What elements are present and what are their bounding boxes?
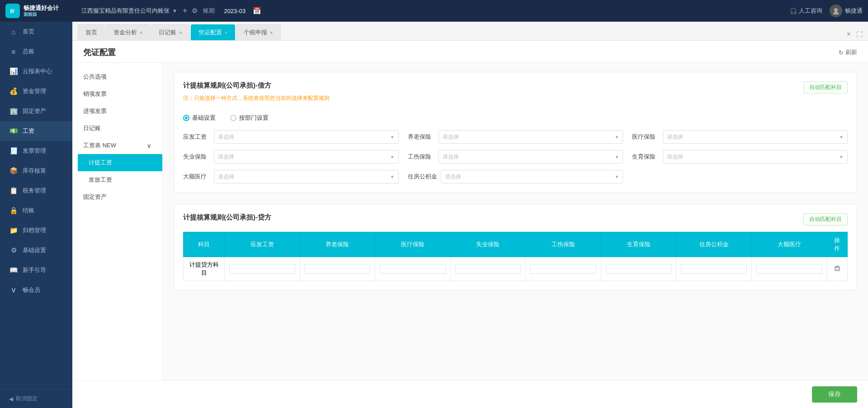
sidebar-item-tax[interactable]: 📋 税务管理 xyxy=(0,181,72,201)
td-work-injury-val[interactable] xyxy=(526,257,601,281)
credit-section-title: 计提核算规则(公司承担)-贷方 xyxy=(183,213,271,222)
left-nav-fixed-assets[interactable]: 固定资产 xyxy=(72,188,162,206)
td-housing-fund-val[interactable] xyxy=(676,257,752,281)
left-nav-salary-table[interactable]: 工资表 NEW ∨ xyxy=(72,137,162,154)
input-apply-salary-credit[interactable] xyxy=(229,264,295,274)
support-button[interactable]: 🎧 人工咨询 xyxy=(790,7,822,15)
select-apply-salary-placeholder: 请选择 xyxy=(218,133,234,141)
add-company-btn[interactable]: + xyxy=(183,6,188,16)
refresh-button[interactable]: ↻ 刷新 xyxy=(839,48,857,56)
company-dropdown-arrow[interactable]: ▼ xyxy=(172,8,177,14)
svg-point-3 xyxy=(833,12,839,14)
td-large-medical-val[interactable] xyxy=(751,257,827,281)
sidebar-item-assets[interactable]: 🏢 固定资产 xyxy=(0,101,72,121)
save-button[interactable]: 保存 xyxy=(812,386,857,403)
label-housing-fund: 住房公积金 xyxy=(408,173,437,181)
settings-icon[interactable]: ⚙ xyxy=(192,7,198,15)
sidebar: ⌂ 首页 ≡ 总账 📊 云报表中心 💰 资金管理 🏢 固定资产 💵 工资 🧾 发… xyxy=(0,22,72,408)
select-work-injury[interactable]: 请选择 ▼ xyxy=(439,150,623,164)
tab-tax-close[interactable]: × xyxy=(270,30,273,35)
tab-journal[interactable]: 日记账 × xyxy=(151,24,189,40)
sidebar-item-salary[interactable]: 💵 工资 xyxy=(0,121,72,141)
sidebar-label-home: 首页 xyxy=(23,28,34,36)
tab-fund[interactable]: 资金分析 × xyxy=(106,24,150,40)
tab-voucher-close[interactable]: × xyxy=(225,30,227,35)
sidebar-label-archive: 归档管理 xyxy=(23,226,46,234)
select-maternity[interactable]: 请选择 ▼ xyxy=(663,150,848,164)
company-selector[interactable]: 江西服宝精品有限责任公司内账张 ▼ + ⚙ xyxy=(81,6,198,16)
left-nav-calc-salary[interactable]: 计提工资 xyxy=(78,154,162,171)
archive-icon: 📁 xyxy=(9,226,18,234)
td-medical-val[interactable] xyxy=(375,257,451,281)
select-unemployment-arrow: ▼ xyxy=(390,155,395,159)
select-maternity-placeholder: 请选择 xyxy=(667,153,683,161)
sidebar-item-invoice[interactable]: 🧾 发票管理 xyxy=(0,141,72,161)
tab-home-label: 首页 xyxy=(85,28,97,37)
select-apply-salary[interactable]: 请选择 ▼ xyxy=(214,130,399,144)
sidebar-item-fund[interactable]: 💰 资金管理 xyxy=(0,81,72,101)
th-maternity: 生育保险 xyxy=(601,232,676,257)
form-item-pension: 养老保险 请选择 ▼ xyxy=(408,130,623,144)
left-nav-pay-salary[interactable]: 发放工资 xyxy=(78,171,162,188)
input-pension-credit[interactable] xyxy=(305,264,371,274)
left-nav-sales-invoice[interactable]: 销项发票 xyxy=(72,85,162,103)
sidebar-item-settings[interactable]: ⚙ 基础设置 xyxy=(0,240,72,260)
user-info[interactable]: 畅捷通 xyxy=(830,5,863,17)
select-large-medical[interactable]: 请选择 ▼ xyxy=(214,170,399,183)
company-name: 江西服宝精品有限责任公司内账张 xyxy=(81,7,170,15)
input-work-injury-credit[interactable] xyxy=(530,264,596,274)
tab-fund-close[interactable]: × xyxy=(140,30,142,35)
tab-voucher[interactable]: 凭证配置 × xyxy=(191,24,235,40)
sidebar-item-member[interactable]: V 畅会员 xyxy=(0,280,72,300)
select-housing-fund[interactable]: 请选择 ▼ xyxy=(441,170,623,183)
radio-basic[interactable]: 基础设置 xyxy=(183,114,216,122)
input-large-medical-credit[interactable] xyxy=(756,264,822,274)
tax-icon: 📋 xyxy=(9,187,18,195)
sidebar-item-archive[interactable]: 📁 归档管理 xyxy=(0,220,72,240)
debit-auto-match-btn[interactable]: 自动匹配科目 xyxy=(803,81,848,94)
sidebar-item-home[interactable]: ⌂ 首页 xyxy=(0,22,72,42)
sidebar-label-invoice: 发票管理 xyxy=(23,147,46,155)
input-unemployment-credit[interactable] xyxy=(455,264,521,274)
sidebar-item-stock[interactable]: 📦 库存核算 xyxy=(0,161,72,181)
td-action[interactable] xyxy=(827,257,848,281)
tab-journal-close[interactable]: × xyxy=(179,30,182,35)
left-nav-public[interactable]: 公共选项 xyxy=(72,68,162,85)
input-maternity-credit[interactable] xyxy=(606,264,672,274)
delete-row-icon[interactable] xyxy=(834,266,840,273)
sidebar-item-guide[interactable]: 📖 新手引导 xyxy=(0,260,72,280)
calendar-icon[interactable]: 📅 xyxy=(253,7,261,15)
form-item-apply-salary: 应发工资 请选择 ▼ xyxy=(183,130,399,144)
input-medical-credit[interactable] xyxy=(380,264,446,274)
salary-table-label: 工资表 NEW xyxy=(83,141,116,150)
tab-expand-btn[interactable]: ⛶ xyxy=(856,31,863,38)
sidebar-label-member: 畅会员 xyxy=(23,286,40,294)
td-maternity-val[interactable] xyxy=(601,257,676,281)
th-pension: 养老保险 xyxy=(300,232,375,257)
left-nav-journal[interactable]: 日记账 xyxy=(72,120,162,137)
select-unemployment[interactable]: 请选择 ▼ xyxy=(214,150,399,164)
left-nav-purchase-invoice[interactable]: 进项发票 xyxy=(72,103,162,120)
sidebar-item-ledger[interactable]: ≡ 总账 xyxy=(0,42,72,61)
td-apply-salary-val[interactable] xyxy=(225,257,300,281)
guide-icon: 📖 xyxy=(9,266,18,274)
td-unemployment-val[interactable] xyxy=(450,257,526,281)
sidebar-item-close[interactable]: 🔒 结账 xyxy=(0,201,72,220)
tab-fund-label: 资金分析 xyxy=(113,28,137,37)
input-housing-fund-credit[interactable] xyxy=(681,264,747,274)
cancel-fix-btn[interactable]: ◀ 取消固定 xyxy=(0,389,72,408)
select-medical[interactable]: 请选择 ▼ xyxy=(663,130,848,144)
user-avatar xyxy=(830,5,842,17)
td-pension-val[interactable] xyxy=(300,257,375,281)
new-badge: NEW xyxy=(103,142,116,149)
form-item-housing-fund: 住房公积金 请选择 ▼ xyxy=(408,170,623,183)
top-bar-right: 🎧 人工咨询 畅捷通 xyxy=(790,5,863,17)
tab-tax[interactable]: 个税申报 × xyxy=(236,24,280,40)
select-pension[interactable]: 请选择 ▼ xyxy=(439,130,623,144)
credit-auto-match-btn[interactable]: 自动匹配科目 xyxy=(803,213,848,225)
tab-home[interactable]: 首页 xyxy=(78,24,105,40)
sidebar-item-reports[interactable]: 📊 云报表中心 xyxy=(0,61,72,81)
tab-close-all-btn[interactable]: × xyxy=(847,30,851,38)
sidebar-label-close: 结账 xyxy=(23,206,34,215)
radio-dept[interactable]: 按部门设置 xyxy=(230,114,269,122)
